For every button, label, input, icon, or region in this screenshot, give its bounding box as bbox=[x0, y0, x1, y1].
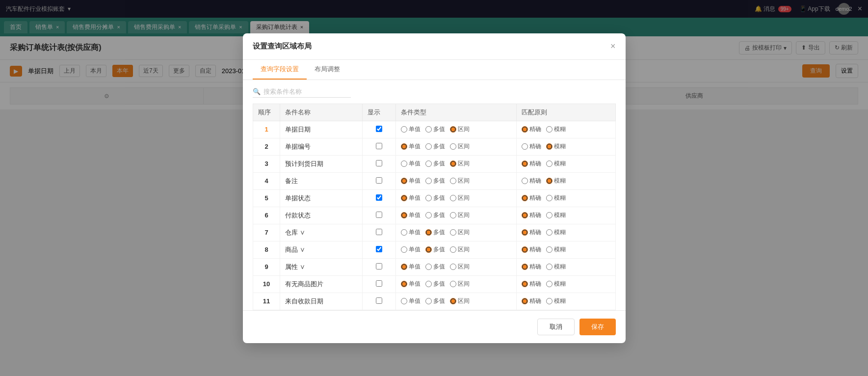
settings-dialog: 设置查询区域布局 × 查询字段设置 布局调整 🔍 顺序 bbox=[243, 33, 626, 110]
search-box-area: 🔍 bbox=[243, 80, 626, 104]
col-header-type: 条件类型 bbox=[395, 104, 516, 109]
col-header-order: 顺序 bbox=[253, 104, 280, 109]
dialog-overlay: 设置查询区域布局 × 查询字段设置 布局调整 🔍 顺序 bbox=[0, 0, 868, 109]
col-header-match: 匹配原则 bbox=[516, 104, 615, 109]
dialog-table: 顺序 条件名称 显示 条件类型 匹配原则 1单据日期单值多值区间精确模糊2单据编… bbox=[253, 104, 616, 110]
search-icon: 🔍 bbox=[253, 88, 261, 95]
dialog-header: 设置查询区域布局 × bbox=[243, 33, 626, 60]
col-header-show: 显示 bbox=[363, 104, 395, 109]
dialog-title: 设置查询区域布局 bbox=[253, 42, 312, 51]
tab-query-fields[interactable]: 查询字段设置 bbox=[253, 60, 307, 80]
dialog-close-button[interactable]: × bbox=[610, 41, 616, 52]
dialog-tabs: 查询字段设置 布局调整 bbox=[243, 60, 626, 80]
tab-layout-adjust[interactable]: 布局调整 bbox=[307, 60, 348, 80]
dialog-table-wrap[interactable]: 顺序 条件名称 显示 条件类型 匹配原则 1单据日期单值多值区间精确模糊2单据编… bbox=[243, 104, 626, 110]
col-header-name: 条件名称 bbox=[280, 104, 363, 109]
search-input[interactable] bbox=[263, 88, 342, 95]
search-input-wrap: 🔍 bbox=[253, 86, 351, 98]
